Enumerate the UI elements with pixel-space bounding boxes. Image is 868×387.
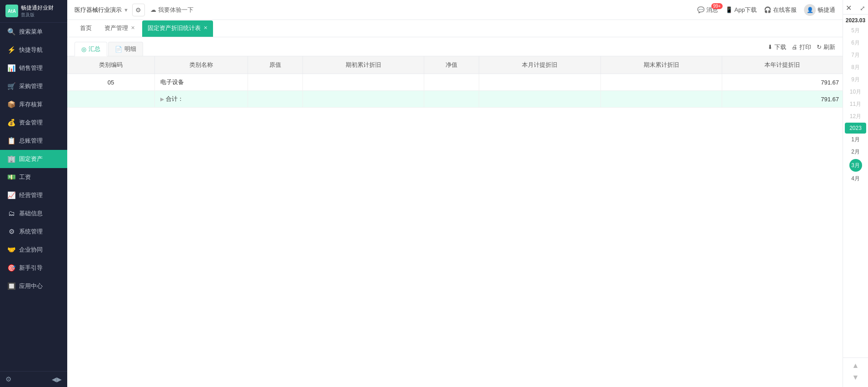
sidebar-item-collab[interactable]: 🤝 企业协同 bbox=[0, 241, 67, 259]
settings-bottom-icon[interactable]: ⚙ bbox=[5, 375, 11, 383]
apps-icon: 🔲 bbox=[7, 282, 15, 290]
panel-month-5[interactable]: 5月 bbox=[843, 25, 868, 37]
sidebar-item-inventory[interactable]: 📦 库存核算 bbox=[0, 95, 67, 114]
company-selector[interactable]: 医疗器械行业演示 ▼ bbox=[74, 6, 129, 14]
cell-code: 05 bbox=[67, 74, 155, 91]
messages-button[interactable]: 💬 消息 99+ bbox=[697, 6, 718, 14]
collab-icon: 🤝 bbox=[7, 246, 15, 254]
tab-asset-mgmt-close-icon[interactable]: ✕ bbox=[131, 25, 135, 31]
cell-period-begin bbox=[303, 74, 424, 91]
sidebar-item-basic[interactable]: 🗂 基础信息 bbox=[0, 204, 67, 223]
tab-depreciation[interactable]: 固定资产折旧统计表 ✕ bbox=[142, 20, 213, 37]
tab-home-label: 首页 bbox=[80, 24, 92, 32]
sidebar-item-label-operations: 经营管理 bbox=[19, 191, 43, 199]
col-original: 原值 bbox=[248, 56, 303, 74]
cell-year-depr: 791.67 bbox=[722, 74, 843, 91]
depreciation-table: 类别编码 类别名称 原值 期初累计折旧 净值 本月计提折旧 期末累计折旧 本年计… bbox=[67, 56, 843, 108]
tab-home[interactable]: 首页 bbox=[74, 20, 97, 37]
sub-tab-detail-label: 明细 bbox=[124, 45, 136, 53]
panel-close-icon[interactable]: ✕ bbox=[846, 4, 852, 12]
summary-icon: ◎ bbox=[81, 46, 86, 53]
sub-tab-summary[interactable]: ◎ 汇总 bbox=[74, 42, 107, 56]
main-area: 医疗器械行业演示 ▼ ⚙ ☁ 我要体验一下 💬 消息 99+ 📱 App下载 🎧… bbox=[67, 0, 843, 387]
sidebar-item-system[interactable]: ⚙ 系统管理 bbox=[0, 223, 67, 241]
panel-year-2023[interactable]: 2023 bbox=[845, 123, 866, 134]
panel-month-11[interactable]: 11月 bbox=[843, 98, 868, 110]
sidebar-item-quicknav[interactable]: ⚡ 快捷导航 bbox=[0, 41, 67, 59]
sidebar-item-sales[interactable]: 📊 销售管理 bbox=[0, 59, 67, 77]
sales-icon: 📊 bbox=[7, 64, 15, 72]
topbar-settings-button[interactable]: ⚙ bbox=[132, 4, 145, 16]
panel-month-2023-1[interactable]: 1月 bbox=[843, 134, 868, 146]
service-icon: 🎧 bbox=[764, 6, 771, 13]
sub-tab-detail[interactable]: 📄 明细 bbox=[108, 42, 143, 56]
download-button[interactable]: ⬇ 下载 bbox=[768, 43, 786, 51]
tab-depreciation-label: 固定资产折旧统计表 bbox=[148, 24, 201, 32]
table-area: 类别编码 类别名称 原值 期初累计折旧 净值 本月计提折旧 期末累计折旧 本年计… bbox=[67, 56, 843, 387]
panel-month-2023-4[interactable]: 4月 bbox=[843, 173, 868, 185]
sidebar-item-purchase[interactable]: 🛒 采购管理 bbox=[0, 77, 67, 95]
funds-icon: 💰 bbox=[7, 119, 15, 127]
print-button[interactable]: 🖨 打印 bbox=[792, 43, 811, 51]
refresh-button[interactable]: ↻ 刷新 bbox=[817, 43, 835, 51]
online-service-button[interactable]: 🎧 在线客服 bbox=[764, 6, 797, 14]
quicknav-icon: ⚡ bbox=[7, 46, 15, 54]
sub-tab-summary-label: 汇总 bbox=[89, 45, 100, 53]
sidebar-item-salary[interactable]: 💵 工资 bbox=[0, 168, 67, 186]
app-download-button[interactable]: 📱 App下载 bbox=[725, 6, 757, 14]
sidebar-item-apps[interactable]: 🔲 应用中心 bbox=[0, 277, 67, 295]
sidebar-item-label-salary: 工资 bbox=[19, 173, 31, 181]
sidebar-item-operations[interactable]: 📈 经营管理 bbox=[0, 186, 67, 204]
download-label: 下载 bbox=[774, 43, 786, 51]
content-area: ◎ 汇总 📄 明细 ⬇ 下载 🖨 打印 ↻ 刷新 bbox=[67, 37, 843, 387]
panel-month-6[interactable]: 6月 bbox=[843, 37, 868, 49]
app-download-label: App下载 bbox=[734, 6, 757, 14]
panel-month-2023-2[interactable]: 2月 bbox=[843, 146, 868, 158]
user-name: 畅捷通 bbox=[818, 6, 835, 14]
sidebar-item-fixed[interactable]: 🏢 固定资产 bbox=[0, 150, 67, 168]
tab-depreciation-close-icon[interactable]: ✕ bbox=[203, 25, 208, 31]
gear-icon: ⚙ bbox=[135, 6, 141, 14]
experience-button[interactable]: ☁ 我要体验一下 bbox=[150, 6, 193, 14]
collapse-button[interactable]: ◀▶ bbox=[52, 376, 62, 383]
fixed-icon: 🏢 bbox=[7, 155, 15, 163]
cell-name: 电子设备 bbox=[155, 74, 248, 91]
panel-month-10[interactable]: 10月 bbox=[843, 86, 868, 98]
company-chevron-icon: ▼ bbox=[124, 7, 129, 13]
user-menu-button[interactable]: 👤 畅捷通 bbox=[804, 4, 835, 16]
message-icon: 💬 bbox=[697, 6, 704, 13]
panel-month-12[interactable]: 12月 bbox=[843, 110, 868, 123]
panel-expand-icon[interactable]: ⤢ bbox=[860, 5, 865, 12]
guide-icon: 🎯 bbox=[7, 264, 15, 272]
system-icon: ⚙ bbox=[7, 228, 15, 236]
refresh-icon: ↻ bbox=[817, 44, 822, 50]
sidebar-item-funds[interactable]: 💰 资金管理 bbox=[0, 114, 67, 132]
operations-icon: 📈 bbox=[7, 191, 15, 199]
search-icon: 🔍 bbox=[7, 28, 15, 36]
col-net-value: 净值 bbox=[424, 56, 479, 74]
sidebar-item-label-quicknav: 快捷导航 bbox=[19, 46, 43, 54]
sidebar-item-search[interactable]: 🔍 搜索菜单 bbox=[0, 23, 67, 41]
refresh-label: 刷新 bbox=[823, 43, 835, 51]
panel-scroll: 5月 6月 7月 8月 9月 10月 11月 12月 2023 1月 2月 3月… bbox=[843, 25, 868, 357]
detail-doc-icon: 📄 bbox=[115, 46, 122, 53]
cell-total-code bbox=[67, 91, 155, 108]
sidebar-nav: 🔍 搜索菜单 ⚡ 快捷导航 📊 销售管理 🛒 采购管理 📦 库存核算 💰 资金管… bbox=[0, 23, 67, 371]
cloud-icon: ☁ bbox=[150, 6, 156, 13]
panel-month-8[interactable]: 8月 bbox=[843, 61, 868, 74]
panel-down-icon[interactable]: ▼ bbox=[852, 373, 859, 382]
panel-month-9[interactable]: 9月 bbox=[843, 74, 868, 86]
tabs-bar: 首页 资产管理 ✕ 固定资产折旧统计表 ✕ bbox=[67, 20, 843, 37]
sidebar-item-guide[interactable]: 🎯 新手引导 bbox=[0, 259, 67, 277]
sidebar-item-ledger[interactable]: 📋 总账管理 bbox=[0, 132, 67, 150]
cell-total-year-depr: 791.67 bbox=[722, 91, 843, 108]
panel-month-7[interactable]: 7月 bbox=[843, 49, 868, 61]
tab-asset-mgmt[interactable]: 资产管理 ✕ bbox=[99, 20, 140, 37]
print-icon: 🖨 bbox=[792, 44, 798, 50]
col-period-begin: 期初累计折旧 bbox=[303, 56, 424, 74]
print-label: 打印 bbox=[799, 43, 811, 51]
panel-month-2023-3[interactable]: 3月 bbox=[849, 159, 862, 172]
purchase-icon: 🛒 bbox=[7, 82, 15, 90]
sidebar-item-label-basic: 基础信息 bbox=[19, 209, 43, 218]
panel-up-icon[interactable]: ▲ bbox=[852, 362, 859, 370]
